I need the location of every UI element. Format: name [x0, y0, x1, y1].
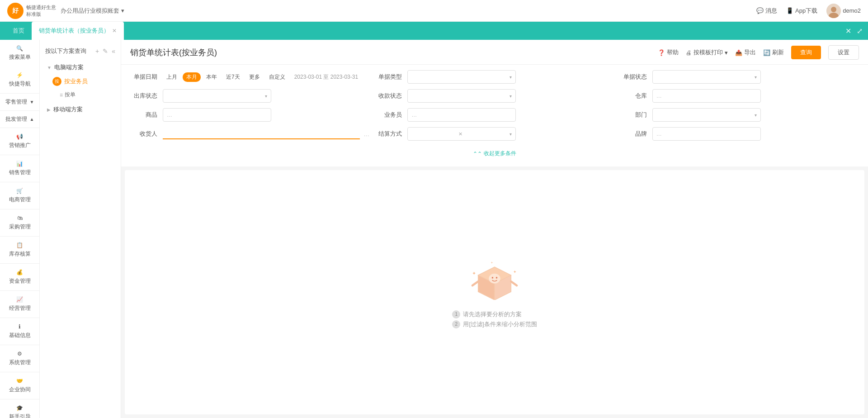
marketing-label: 营销推广 [9, 142, 31, 149]
scheme-sub-by-order[interactable]: ≡ 按单 [40, 89, 121, 101]
svg-text:✦: ✦ [472, 271, 476, 276]
sidebar-item-search-menu[interactable]: 🔍 搜索菜单 [0, 40, 39, 66]
doc-status-select[interactable]: ▾ [652, 70, 761, 84]
sidebar-item-system[interactable]: ⚙ 系统管理 [0, 345, 39, 372]
sidebar-item-inventory[interactable]: 📋 库存核算 [0, 237, 39, 264]
scheme-panel: 按以下方案查询 + ✎ « ▼ 电脑端方案 按 按业务员 [40, 40, 121, 418]
stock-status-select[interactable]: ▾ [163, 89, 271, 103]
user-profile[interactable]: demo2 [826, 4, 861, 18]
sidebar-search-label: 搜索菜单 [9, 53, 31, 61]
settlement-filter: ✕ ▾ [407, 127, 614, 141]
empty-steps: 1 请先选择要分析的方案 2 用[过滤]条件来缩小分析范围 [452, 309, 537, 330]
enterprise-icon: 🤝 [16, 378, 23, 384]
add-scheme-icon[interactable]: + [95, 48, 99, 55]
step1-text: 请先选择要分析的方案 [463, 310, 522, 318]
date-tab-7days[interactable]: 近7天 [222, 72, 244, 82]
finance-icon: 💰 [16, 269, 23, 276]
desktop-group-label: 电脑端方案 [54, 63, 84, 71]
search-icon: 🔍 [16, 45, 23, 52]
export-btn[interactable]: 📤 导出 [735, 48, 756, 57]
page-actions: ❓ 帮助 🖨 按模板打印 ▾ 📤 导出 🔄 [658, 45, 859, 60]
refresh-btn[interactable]: 🔄 刷新 [763, 48, 784, 57]
breadcrumb-dropdown-icon[interactable]: ▾ [121, 7, 124, 14]
consignee-label: 收货人 [130, 130, 157, 138]
tab-home[interactable]: 首页 [5, 22, 32, 40]
operations-label: 经营管理 [9, 304, 31, 312]
consignee-filter: … [163, 128, 369, 139]
doc-type-select[interactable]: ▾ [407, 70, 516, 84]
goods-select[interactable]: … [163, 108, 271, 122]
collapse-scheme-icon[interactable]: « [112, 48, 115, 55]
doc-type-filter: ▾ [407, 70, 614, 84]
collapse-filters-btn[interactable]: ⌃⌃ 收起更多条件 [130, 146, 859, 161]
tab-bar-actions: ✕ ⤢ [845, 27, 863, 35]
order-icon: ≡ [60, 92, 63, 98]
tab-sales-stat[interactable]: 销货单统计表（按业务员） ✕ [32, 22, 124, 40]
sidebar-item-operations[interactable]: 📈 经营管理 [0, 291, 39, 318]
scheme-sub-salesperson[interactable]: 按 按业务员 [40, 74, 121, 89]
settlement-clear-icon[interactable]: ✕ [458, 131, 462, 137]
message-btn[interactable]: 💬 消息 [756, 7, 777, 15]
date-tab-more[interactable]: 更多 [245, 72, 264, 82]
tab-close-all-icon[interactable]: ✕ [845, 27, 851, 35]
breadcrumb[interactable]: 办公用品行业模拟账套 ▾ [61, 7, 124, 15]
finance-label: 资金管理 [9, 277, 31, 285]
brand-filter: … [652, 127, 859, 141]
settlement-select[interactable]: ✕ ▾ [407, 127, 516, 141]
date-tab-custom[interactable]: 自定义 [265, 72, 289, 82]
date-tab-this-month[interactable]: 本月 [183, 72, 201, 82]
app-download-btn[interactable]: 📱 App下载 [786, 7, 817, 15]
avatar [826, 4, 841, 18]
operations-icon: 📈 [16, 296, 23, 303]
svg-text:✦: ✦ [513, 269, 517, 274]
query-btn[interactable]: 查询 [791, 46, 821, 59]
payment-status-arrow: ▾ [509, 94, 512, 99]
scheme-group-mobile-item[interactable]: ▶ 移动端方案 [40, 103, 121, 116]
consignee-input[interactable] [163, 128, 360, 139]
sidebar-item-retail[interactable]: 零售管理 ▼ [0, 94, 39, 111]
date-label: 单据日期 [130, 73, 157, 81]
print-btn[interactable]: 🖨 按模板打印 ▾ [686, 48, 728, 57]
step2-num: 2 [452, 320, 460, 328]
svg-line-11 [511, 281, 517, 285]
svg-line-10 [472, 281, 478, 285]
dept-select[interactable]: ▾ [652, 108, 761, 122]
salesperson-select[interactable]: … [407, 108, 516, 122]
sidebar-item-wholesale[interactable]: 批发管理 ▲ [0, 111, 39, 128]
header-right: 💬 消息 📱 App下载 demo2 [756, 4, 861, 18]
sidebar-item-sales[interactable]: 📊 销售管理 [0, 155, 39, 182]
sidebar-item-enterprise[interactable]: 🤝 企业协同 [0, 372, 39, 399]
settings-btn[interactable]: 设置 [828, 45, 859, 60]
sidebar-item-newbie[interactable]: 🎓 新手引导 [0, 399, 39, 418]
scheme-header-icons: + ✎ « [95, 48, 115, 55]
marketing-icon: 📢 [16, 133, 23, 140]
date-tab-last-month[interactable]: 上月 [163, 72, 181, 82]
date-tab-this-year[interactable]: 本年 [203, 72, 221, 82]
sidebar-item-purchase[interactable]: 🛍 采购管理 [0, 209, 39, 237]
retail-arrow: ▼ [30, 100, 34, 104]
sidebar-item-marketing[interactable]: 📢 营销推广 [0, 128, 39, 155]
scheme-title: 按以下方案查询 [45, 47, 86, 55]
stock-status-arrow: ▾ [265, 94, 267, 99]
salesperson-filter: … [407, 108, 614, 122]
dept-filter: ▾ [652, 108, 859, 122]
payment-status-select[interactable]: ▾ [407, 89, 516, 103]
scheme-group-desktop-item[interactable]: ▼ 电脑端方案 [40, 61, 121, 74]
top-header: 好 畅捷通好生意 标准版 办公用品行业模拟账套 ▾ 💬 消息 📱 App下载 d… [0, 0, 868, 22]
empty-illustration: ✦ ✦ ✦ [470, 255, 519, 300]
sidebar-item-quick-nav[interactable]: ⚡ 快捷导航 [0, 66, 39, 94]
sidebar-item-basic-info[interactable]: ℹ 基础信息 [0, 318, 39, 345]
sales-icon: 📊 [16, 161, 23, 167]
warehouse-select[interactable]: … [652, 89, 761, 103]
sidebar-item-finance[interactable]: 💰 资金管理 [0, 264, 39, 291]
consignee-more[interactable]: … [363, 131, 369, 138]
sidebar-item-ecommerce[interactable]: 🛒 电商管理 [0, 182, 39, 209]
help-btn[interactable]: ❓ 帮助 [658, 48, 679, 57]
help-icon: ❓ [658, 49, 665, 56]
edit-scheme-icon[interactable]: ✎ [103, 48, 108, 55]
brand-select[interactable]: … [652, 127, 761, 141]
warehouse-label: 仓库 [620, 92, 647, 100]
tab-close-icon[interactable]: ✕ [112, 28, 117, 34]
tab-expand-icon[interactable]: ⤢ [857, 27, 863, 35]
by-order-label: 按单 [65, 91, 75, 99]
